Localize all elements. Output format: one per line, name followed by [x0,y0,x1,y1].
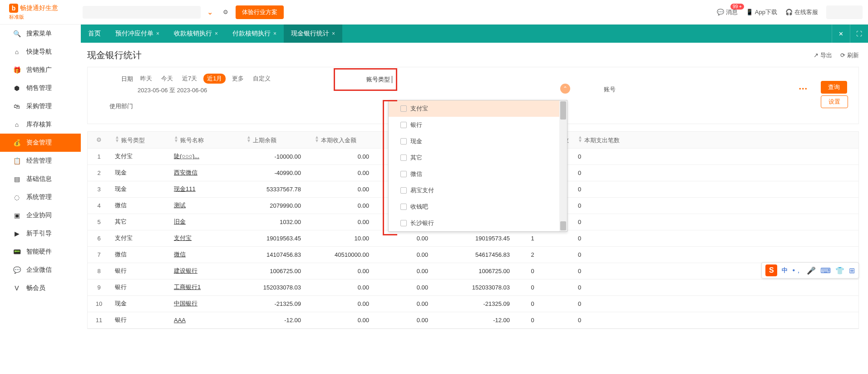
scroll-thumb[interactable] [560,101,566,120]
column-header[interactable]: ⚙ [88,132,110,148]
dropdown-option[interactable]: 现金 [389,133,567,150]
sidebar-item-10[interactable]: ▣企业协同 [0,206,81,224]
sort-icon[interactable]: ▲▼ [115,135,119,143]
sidebar-item-1[interactable]: ⌂快捷导航 [0,43,81,61]
date-option[interactable]: 更多 [229,74,247,84]
sidebar-item-5[interactable]: ⌂库存核算 [0,115,81,134]
account-name-link[interactable]: 旧金 [174,218,186,225]
chevron-down-icon[interactable]: ⌄ [207,8,213,16]
sort-icon[interactable]: ▲▼ [578,135,582,143]
close-all-tabs-button[interactable]: ✕ [832,25,850,43]
sidebar-item-0[interactable]: 🔍搜索菜单 [0,25,81,43]
checkbox[interactable] [400,171,407,177]
account-name-link[interactable]: 测试 [174,202,186,209]
sidebar-item-9[interactable]: ◌系统管理 [0,188,81,206]
column-header[interactable]: ▲▼上期余额 [242,132,310,148]
sidebar-item-13[interactable]: 💬企业微信 [0,261,81,279]
account-name-link[interactable]: 现金111 [174,185,196,192]
user-avatar[interactable] [826,5,863,19]
account-name-link[interactable]: 中国银行 [174,300,197,307]
refresh-button[interactable]: ⟳刷新 [840,51,859,60]
tab-2[interactable]: 收款核销执行× [167,25,225,43]
account-name-link[interactable]: 西安微信 [174,169,197,176]
export-button[interactable]: ↗导出 [814,51,832,60]
sogou-icon[interactable]: S [765,264,777,276]
sidebar-item-7[interactable]: 📋经营管理 [0,152,81,170]
more-dots-button[interactable]: ••• [799,85,808,92]
ime-keyboard-icon[interactable]: ⌨ [820,266,831,275]
column-header[interactable]: ▲▼本期收入金额 [310,132,378,148]
date-option[interactable]: 自定义 [250,74,273,84]
checkbox[interactable] [400,187,407,194]
ime-toolbox-icon[interactable]: ⊞ [849,266,855,275]
checkbox[interactable] [400,105,407,112]
sort-icon[interactable]: ▲▼ [174,135,178,143]
column-header[interactable]: ▲▼账号名称 [169,132,242,148]
sidebar-item-12[interactable]: 📟智能硬件 [0,243,81,261]
headset-icon: 🎧 [785,9,793,15]
close-icon[interactable]: × [273,30,276,37]
company-selector[interactable] [83,6,201,19]
account-name-link[interactable]: 微信 [174,251,186,258]
ime-lang[interactable]: 中 [782,266,788,274]
fullscreen-button[interactable]: ⛶ [850,25,868,43]
checkbox[interactable] [400,122,407,128]
ime-mic-icon[interactable]: 🎤 [807,266,816,275]
dropdown-option[interactable]: 银行 [389,117,567,133]
sort-icon[interactable]: ▲▼ [247,135,251,143]
dropdown-option[interactable]: 支付宝 [389,100,567,117]
sidebar-item-8[interactable]: ▤基础信息 [0,170,81,188]
sidebar-item-6[interactable]: 💰资金管理 [0,134,81,152]
dropdown-option[interactable]: 易宝支付 [389,182,567,199]
account-name-link[interactable]: 支付宝 [174,234,192,241]
account-name-link[interactable]: 建设银行 [174,267,197,274]
column-header[interactable]: ▲▼账号类型 [110,132,169,148]
sidebar-item-3[interactable]: ⬢销售管理 [0,79,81,97]
close-icon[interactable]: × [215,30,218,37]
trial-plan-button[interactable]: 体验行业方案 [236,5,284,19]
date-option[interactable]: 近1月 [203,74,226,84]
checkbox[interactable] [400,155,407,161]
dropdown-option[interactable]: 收钱吧 [389,199,567,215]
checkbox[interactable] [400,138,407,145]
dept-select[interactable] [138,101,319,113]
dropdown-option[interactable]: 长沙银行 [389,215,567,231]
checkbox[interactable] [400,204,407,210]
sidebar-item-14[interactable]: V畅会员 [0,279,81,297]
ime-punct-icon[interactable]: •， [792,266,802,275]
sort-icon[interactable]: ▲▼ [315,135,319,143]
tab-3[interactable]: 付款核销执行× [225,25,284,43]
sidebar-item-11[interactable]: ▶新手引导 [0,224,81,243]
sidebar-item-4[interactable]: 🛍采购管理 [0,97,81,115]
account-type-filter[interactable]: 账号类型 [334,68,397,91]
scroll-arrow[interactable] [560,221,566,230]
date-option[interactable]: 近7天 [179,74,200,84]
sidebar-item-2[interactable]: 🎁营销推广 [0,61,81,79]
tab-1[interactable]: 预付冲应付单× [108,25,167,43]
close-icon[interactable]: × [156,30,159,37]
ime-toolbar[interactable]: S 中 •， 🎤 ⌨ 👕 ⊞ [761,262,859,279]
app-download-link[interactable]: 📱 App下载 [746,8,777,16]
date-option[interactable]: 今天 [158,74,176,84]
query-button[interactable]: 查询 [821,81,847,94]
date-option[interactable]: 昨天 [138,74,155,84]
tab-0[interactable]: 首页 [81,25,108,43]
account-name-link[interactable]: 陡(○○○)... [174,153,199,160]
settings-gear-icon[interactable]: ⚙ [219,6,232,19]
account-name-link[interactable]: AAA [174,317,186,324]
dropdown-scrollbar[interactable] [559,100,567,231]
messages-link[interactable]: 💬 消息 99 + [717,8,738,16]
collapse-filter-icon[interactable]: ⌃ [560,84,570,94]
gear-icon[interactable]: ⚙ [96,136,102,143]
column-header[interactable]: ▲▼本期支出笔数 [573,132,858,148]
dropdown-option[interactable]: 其它 [389,150,567,166]
dropdown-option[interactable]: 微信 [389,166,567,182]
customer-service-link[interactable]: 🎧 在线客服 [785,8,818,16]
phone-icon: 📱 [746,9,753,15]
filter-settings-button[interactable]: 设置 [821,95,848,108]
account-name-link[interactable]: 工商银行1 [174,284,201,290]
tab-4[interactable]: 现金银行统计× [284,25,342,43]
ime-skin-icon[interactable]: 👕 [835,266,844,275]
checkbox[interactable] [400,220,407,226]
close-icon[interactable]: × [332,30,335,37]
